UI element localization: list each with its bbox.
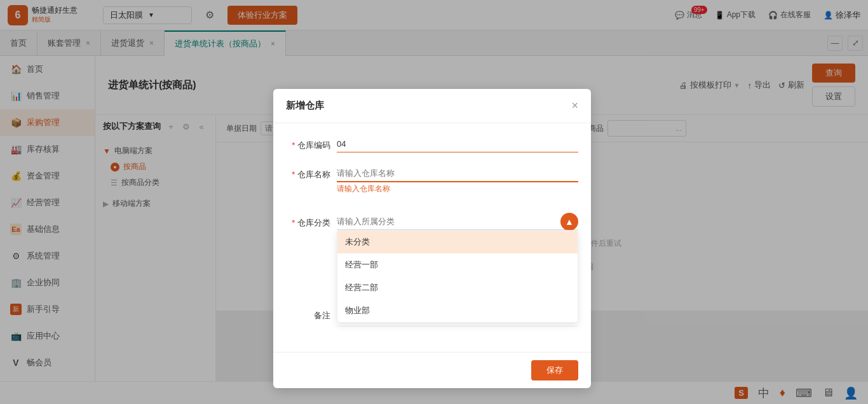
- note-label: 备注: [286, 306, 337, 321]
- name-error-message: 请输入仓库名称: [337, 184, 578, 194]
- modal-body: 仓库编码 仓库名称 请输入仓库名称 仓库分类 ▲ 未分: [273, 123, 591, 352]
- code-input[interactable]: [337, 136, 578, 152]
- form-row-category: 仓库分类 ▲ 未分类 经营一部 经营二部 物业部: [286, 213, 578, 230]
- dropdown-item-dept1[interactable]: 经营一部: [337, 253, 578, 276]
- category-dropdown: 未分类 经营一部 经营二部 物业部: [337, 230, 578, 323]
- dropdown-item-dept2[interactable]: 经营二部: [337, 276, 578, 299]
- dropdown-item-dept3[interactable]: 物业部: [337, 299, 578, 322]
- category-label: 仓库分类: [286, 213, 337, 229]
- modal-title: 新增仓库: [286, 100, 324, 112]
- modal-close-button[interactable]: ×: [571, 99, 578, 112]
- name-label: 仓库名称: [286, 165, 337, 180]
- modal-header: 新增仓库 ×: [273, 89, 591, 123]
- category-select-wrapper: ▲ 未分类 经营一部 经营二部 物业部: [337, 213, 578, 230]
- category-toggle-button[interactable]: ▲: [560, 213, 578, 231]
- category-input[interactable]: [337, 213, 578, 230]
- name-input-wrapper: 请输入仓库名称: [337, 165, 578, 194]
- form-row-name: 仓库名称 请输入仓库名称: [286, 165, 578, 194]
- add-warehouse-modal: 新增仓库 × 仓库编码 仓库名称 请输入仓库名称 仓库分类: [273, 89, 591, 388]
- dropdown-item-unclassified[interactable]: 未分类: [337, 231, 578, 253]
- modal-footer: 保存: [273, 352, 591, 388]
- code-label: 仓库编码: [286, 136, 337, 151]
- name-input[interactable]: [337, 165, 578, 182]
- form-row-code: 仓库编码: [286, 136, 578, 152]
- modal-overlay: 新增仓库 × 仓库编码 仓库名称 请输入仓库名称 仓库分类: [0, 0, 868, 404]
- save-button[interactable]: 保存: [531, 360, 578, 380]
